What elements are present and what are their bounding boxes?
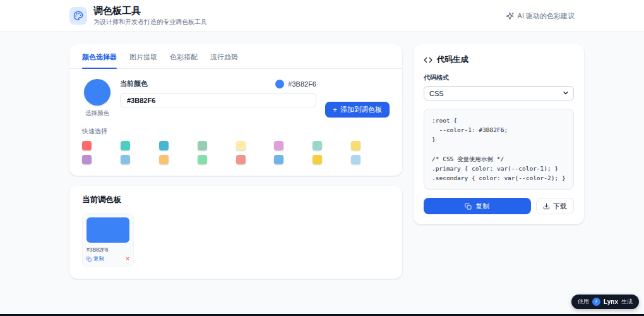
palette-items: #3B82F6复制× <box>82 213 390 267</box>
quick-color-swatch-7[interactable] <box>351 141 361 150</box>
current-color-dot <box>275 80 284 88</box>
sparkles-icon <box>506 12 514 20</box>
quick-color-swatch-5[interactable] <box>274 141 283 150</box>
quick-select-label: 快速选择 <box>82 127 390 136</box>
current-hex-value: #3B82F6 <box>288 80 316 88</box>
quick-color-swatch-3[interactable] <box>198 141 207 150</box>
badge-brand: Lynx <box>604 298 618 305</box>
tabs: 颜色选择器图片提取色彩搭配流行趋势 <box>69 44 402 69</box>
page-subtitle: 为设计师和开发者打造的专业调色板工具 <box>93 18 207 27</box>
palette-item-swatch[interactable] <box>86 217 129 243</box>
current-palette-card: 当前调色板 #3B82F6复制× <box>69 186 402 279</box>
lynx-attribution-badge[interactable]: 使用 ⚡ Lynx 生成 <box>571 295 639 309</box>
ai-hint-label: AI 驱动的色彩建议 <box>518 11 575 21</box>
quick-color-swatch-0[interactable] <box>82 141 92 150</box>
tab-0[interactable]: 颜色选择器 <box>82 52 117 68</box>
code-generation-card: 代码生成 代码格式 CSS :root { --color-1: #3B82F6… <box>414 44 584 224</box>
page-title: 调色板工具 <box>93 5 207 16</box>
quick-color-swatch-11[interactable] <box>198 155 207 164</box>
quick-color-swatch-13[interactable] <box>274 155 283 164</box>
code-format-select[interactable]: CSS <box>424 86 574 100</box>
download-icon <box>543 203 550 210</box>
code-generation-title: 代码生成 <box>437 54 468 65</box>
quick-color-swatch-6[interactable] <box>313 141 322 150</box>
app-header: 调色板工具 为设计师和开发者打造的专业调色板工具 AI 驱动的色彩建议 <box>0 0 644 32</box>
copy-icon <box>465 203 472 210</box>
quick-color-swatch-1[interactable] <box>121 141 130 150</box>
palette-item-copy-button[interactable]: 复制 <box>86 255 104 263</box>
quick-color-swatch-12[interactable] <box>236 155 246 164</box>
app-brand: 调色板工具 为设计师和开发者打造的专业调色板工具 <box>69 5 207 27</box>
tab-3[interactable]: 流行趋势 <box>210 52 238 68</box>
add-to-palette-button[interactable]: + 添加到调色板 <box>325 102 390 118</box>
copy-icon <box>86 257 92 262</box>
badge-prefix: 使用 <box>578 298 589 306</box>
plus-icon: + <box>333 106 337 114</box>
app-logo <box>69 7 87 25</box>
quick-color-swatch-9[interactable] <box>121 155 130 164</box>
palette-item-hex: #3B82F6 <box>86 246 129 253</box>
quick-color-swatch-8[interactable] <box>82 155 92 164</box>
tab-2[interactable]: 色彩搭配 <box>170 52 198 68</box>
palette-item-remove-button[interactable]: × <box>126 256 129 262</box>
quick-color-swatch-14[interactable] <box>313 155 322 164</box>
lynx-logo-icon: ⚡ <box>592 298 600 306</box>
code-format-label: 代码格式 <box>424 73 574 82</box>
quick-color-swatch-15[interactable] <box>351 155 361 164</box>
hex-input[interactable] <box>120 93 316 107</box>
palette-item-0: #3B82F6复制× <box>82 213 134 267</box>
current-color-circle[interactable] <box>84 79 110 106</box>
quick-color-swatch-2[interactable] <box>159 141 169 150</box>
code-icon <box>424 56 432 64</box>
tab-1[interactable]: 图片提取 <box>129 52 157 68</box>
color-picker-card: 颜色选择器图片提取色彩搭配流行趋势 选择颜色 当前颜色 <box>69 44 402 176</box>
quick-color-swatch-4[interactable] <box>236 141 246 150</box>
current-color-label: 当前颜色 <box>120 79 148 88</box>
badge-suffix: 生成 <box>621 298 633 306</box>
ai-suggestion-hint: AI 驱动的色彩建议 <box>506 11 575 21</box>
copy-code-button[interactable]: 复制 <box>424 198 531 214</box>
download-code-button[interactable]: 下载 <box>536 198 574 214</box>
generated-code-block: :root { --color-1: #3B82F6; } /* CSS 变量使… <box>424 109 574 190</box>
current-palette-title: 当前调色板 <box>82 195 390 205</box>
palette-icon <box>73 11 83 21</box>
quick-color-swatch-10[interactable] <box>159 155 169 164</box>
quick-color-grid <box>82 141 390 164</box>
select-color-label: 选择颜色 <box>82 109 112 118</box>
